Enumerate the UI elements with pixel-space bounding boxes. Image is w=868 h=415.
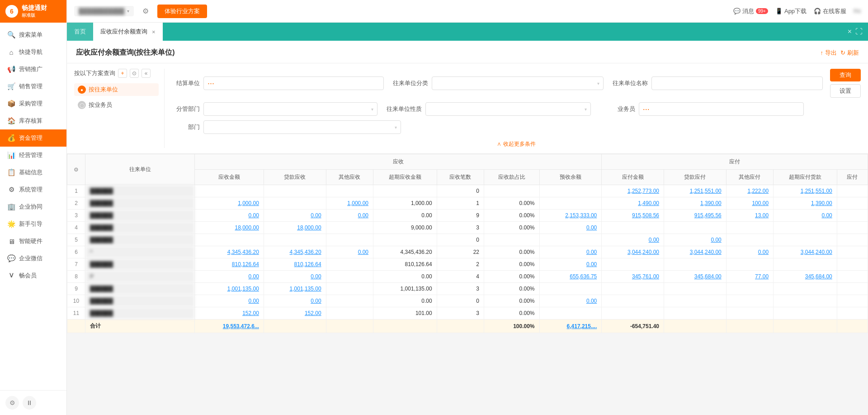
export-icon: ↑	[821, 49, 824, 56]
th-ar-overdue: 超期应收金额	[373, 170, 437, 185]
query-option-salesman[interactable]: ◯ 按业务员	[74, 99, 159, 111]
collapse-row: ∧ 收起更多条件	[172, 138, 861, 148]
tab-home[interactable]: 首页	[67, 23, 93, 41]
salesman-input[interactable]: ···	[639, 102, 804, 116]
settings-button[interactable]: 设置	[830, 84, 861, 98]
promo-button[interactable]: 体验行业方案	[157, 5, 207, 18]
query-fields-area: 结算单位 ··· 往来单位分类 ▾ 往来单位名称	[172, 69, 861, 148]
table-row: 1██████01,252,773.001,251,551.001,222.00…	[67, 185, 868, 197]
field-dept-manager: 分管部门 ▾	[172, 102, 377, 116]
sidebar-item-basic[interactable]: 📋 基础信息	[0, 164, 66, 181]
th-ap-overdue: 超期应付货款	[774, 170, 837, 185]
window-controls: × ⛶	[848, 28, 868, 36]
sidebar-item-system[interactable]: ⚙ 系统管理	[0, 181, 66, 198]
main-area: ███████████ ▾ ⚙ 体验行业方案 💬 消息 99+ 📱 App下载 …	[67, 0, 868, 415]
partner-type-label: 往来单位性质	[385, 105, 425, 113]
page-title: 应收应付余额查询(按往来单位)	[76, 48, 175, 57]
sidebar-item-enterprise[interactable]: 🏢 企业协同	[0, 198, 66, 215]
sidebar-item-label: 系统管理	[19, 186, 42, 194]
add-scheme-btn[interactable]: +	[118, 69, 127, 78]
company-name: ███████████	[79, 8, 124, 14]
tab-home-label: 首页	[74, 28, 86, 36]
col-settings-header[interactable]: ⚙	[67, 154, 85, 185]
company-selector[interactable]: ███████████ ▾	[74, 6, 134, 16]
query-container: 按以下方案查询 + ⊙ « ● 按往来单位 ◯ 按业务员	[67, 63, 868, 154]
col-ar-group-header: 应收	[195, 154, 602, 170]
sidebar-item-label: 快捷导航	[19, 48, 42, 56]
settings-bottom-btn[interactable]: ⚙	[5, 396, 19, 410]
partner-name-label: 往来单位名称	[611, 79, 651, 87]
topbar: ███████████ ▾ ⚙ 体验行业方案 💬 消息 99+ 📱 App下载 …	[67, 0, 868, 23]
export-button[interactable]: ↑ 导出	[821, 49, 837, 57]
sidebar-item-marketing[interactable]: 📢 营销推广	[0, 61, 66, 78]
sidebar-item-purchase[interactable]: 📦 采购管理	[0, 95, 66, 112]
table-row: 9██████1,001,135.001,001,135.001,001,135…	[67, 283, 868, 295]
sidebar-item-label: 营销推广	[19, 65, 42, 73]
salesman-dots: ···	[643, 105, 650, 114]
option-icon-salesman: ◯	[78, 101, 86, 109]
table-settings-icon[interactable]: ⚙	[73, 166, 80, 173]
sidebar-item-label: 新手引导	[19, 220, 42, 228]
topbar-right: 💬 消息 99+ 📱 App下载 🎧 在线客服 Rit	[733, 7, 861, 15]
settlement-input[interactable]: ···	[203, 76, 384, 90]
footer-ar-other	[326, 320, 373, 333]
col-partner-header: 往来单位	[85, 154, 195, 185]
sidebar-item-inventory[interactable]: 🏠 库存核算	[0, 112, 66, 129]
app-download-button[interactable]: 📱 App下载	[775, 7, 807, 15]
gear-button[interactable]: ⚙	[139, 5, 152, 18]
sidebar-bottom: ⚙ ⏸	[0, 390, 66, 415]
dept-manager-input[interactable]: ▾	[203, 102, 377, 116]
sidebar-item-sales[interactable]: 🛒 销售管理	[0, 78, 66, 95]
window-close-btn[interactable]: ×	[848, 28, 852, 36]
sidebar-item-label: 企业微信	[19, 254, 42, 262]
sidebar-item-hardware[interactable]: 🖥 智能硬件	[0, 233, 66, 250]
footer-ap-loan	[664, 320, 726, 333]
sidebar-logo: 6 畅捷通财 标准版	[0, 0, 66, 23]
sidebar-item-member[interactable]: Ⅴ 畅会员	[0, 267, 66, 284]
partner-type-input[interactable]: ▾	[425, 102, 590, 116]
th-ar-other: 其他应收	[326, 170, 373, 185]
partner-category-input[interactable]: ▾	[432, 76, 603, 90]
department-label: 部门	[172, 123, 203, 131]
sidebar-nav: 🔍 搜索菜单 ⌂ 快捷导航 📢 营销推广 🛒 销售管理 📦 采购管理 🏠 库存核…	[0, 23, 66, 390]
table-row: 11██████152.00152.00101.0030.00%	[67, 307, 868, 320]
page-header-actions: ↑ 导出 ↻ 刷新	[821, 49, 859, 57]
collapse-btn[interactable]: ⏸	[23, 396, 36, 410]
sidebar-item-quick-nav[interactable]: ⌂ 快捷导航	[0, 43, 66, 61]
collapse-label: 收起更多条件	[503, 141, 536, 147]
service-label: 在线客服	[823, 7, 846, 15]
tab-ar-ap-label: 应收应付余额查询	[100, 28, 147, 36]
tab-close-icon[interactable]: ×	[152, 29, 156, 35]
sidebar-item-guide[interactable]: 🌟 新手引导	[0, 215, 66, 233]
search-icon: 🔍	[7, 31, 15, 39]
refresh-button[interactable]: ↻ 刷新	[840, 49, 859, 57]
query-row-1: 结算单位 ··· 往来单位分类 ▾ 往来单位名称	[172, 69, 861, 98]
department-input[interactable]: ▾	[203, 120, 401, 134]
sidebar-item-finance[interactable]: 💰 资金管理	[0, 129, 66, 147]
sidebar-item-wechat[interactable]: 💬 企业微信	[0, 250, 66, 267]
table-row: 2██████1,000.001,000.001,000.0010.00%1,4…	[67, 197, 868, 210]
sidebar-item-label: 搜索菜单	[19, 31, 42, 39]
partner-type-arrow: ▾	[585, 107, 587, 112]
finance-icon: 💰	[7, 134, 15, 142]
collapse-scheme-btn[interactable]: «	[142, 69, 151, 78]
sidebar-item-search[interactable]: 🔍 搜索菜单	[0, 26, 66, 43]
edit-scheme-btn[interactable]: ⊙	[130, 69, 139, 78]
hardware-icon: 🖥	[7, 237, 15, 245]
query-option-partner[interactable]: ● 按往来单位	[74, 83, 159, 96]
message-button[interactable]: 💬 消息 99+	[733, 7, 768, 15]
user-info[interactable]: Rit	[854, 8, 861, 14]
collapse-more-btn[interactable]: ∧ 收起更多条件	[497, 141, 535, 147]
online-service-button[interactable]: 🎧 在线客服	[814, 7, 846, 15]
partner-name-input[interactable]	[651, 76, 823, 90]
window-expand-btn[interactable]: ⛶	[855, 28, 863, 36]
logo-text: 畅捷通财	[22, 4, 47, 12]
sales-icon: 🛒	[7, 82, 15, 91]
settlement-label: 结算单位	[172, 79, 203, 87]
query-button[interactable]: 查询	[830, 69, 861, 81]
footer-ar-prepay[interactable]: 6,417,215....	[539, 320, 602, 333]
tab-ar-ap[interactable]: 应收应付余额查询 ×	[93, 23, 163, 41]
service-icon: 🎧	[814, 8, 821, 14]
sidebar-item-operation[interactable]: 📊 经营管理	[0, 147, 66, 164]
footer-ar-total[interactable]: 19,553,472,6...	[195, 320, 264, 333]
